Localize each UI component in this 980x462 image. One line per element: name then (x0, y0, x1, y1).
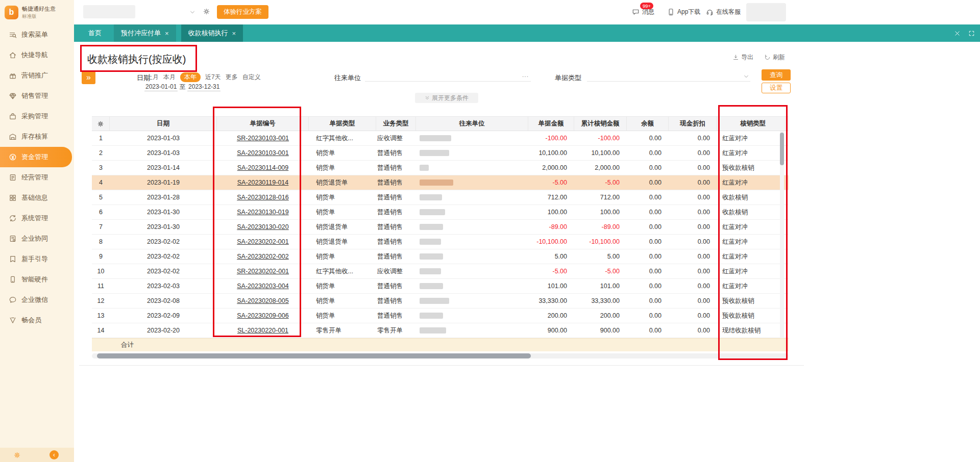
sidebar-item-home[interactable]: 快捷导航 (0, 45, 74, 65)
doc-no-link[interactable]: SA-20230130-020 (237, 223, 288, 230)
table-row[interactable]: 102023-02-02SR-20230202-001红字其他收...应收调整-… (92, 264, 789, 279)
app-download-button[interactable]: App下载 (667, 8, 700, 16)
date-option-3[interactable]: 本年 (180, 72, 201, 82)
sidebar-item-wechat[interactable]: 企业微信 (0, 290, 74, 310)
sidebar-footer: ‹ (0, 448, 74, 462)
tab-2[interactable]: 预付冲应付单× (114, 24, 176, 42)
fullscreen-icon[interactable] (968, 30, 975, 37)
date-option-5[interactable]: 更多 (226, 73, 238, 82)
vertical-scrollbar-thumb[interactable] (780, 133, 784, 165)
cell-writeoff-type: 红蓝对冲 (717, 175, 789, 190)
table-row[interactable]: 92023-02-02SA-20230202-002销货单普通销售5.005.0… (92, 249, 789, 264)
tab-close-icon[interactable]: × (232, 30, 236, 37)
sidebar-item-inventory[interactable]: 库存核算 (0, 126, 74, 147)
messages-button[interactable]: 消息 99+ (632, 8, 654, 16)
column-header[interactable]: 余额 (627, 117, 669, 131)
table-row[interactable]: 82023-02-02SA-20230202-001销货退货单普通销售-10,1… (92, 235, 789, 249)
sidebar-item-sales[interactable]: 销售管理 (0, 86, 74, 106)
column-header[interactable]: 核销类型 (717, 117, 789, 131)
topbar-gear-icon[interactable] (203, 8, 210, 15)
doc-no-link[interactable]: SA-20230114-009 (237, 164, 289, 171)
table-row[interactable]: 72023-01-30SA-20230130-020销货退货单普通销售-89.0… (92, 220, 789, 235)
column-header[interactable]: 累计核销金额 (574, 117, 627, 131)
tab-close-icon[interactable]: × (165, 30, 169, 37)
column-header[interactable]: 业务类型 (376, 117, 416, 131)
column-header[interactable]: 往来单位 (416, 117, 528, 131)
column-header[interactable]: 现金折扣 (669, 117, 717, 131)
sidebar-item-base-info[interactable]: 基础信息 (0, 188, 74, 208)
doc-no-link[interactable]: SA-20230130-019 (237, 209, 288, 216)
doc-no-link[interactable]: SL-20230220-001 (237, 327, 288, 334)
cell-written-off: -5.00 (574, 264, 627, 278)
table-row[interactable]: 62023-01-30SA-20230130-019销货单普通销售100.001… (92, 205, 789, 220)
date-option-6[interactable]: 自定义 (242, 73, 261, 82)
column-header[interactable]: 单据类型 (309, 117, 376, 131)
cell-writeoff-type: 预收款核销 (717, 294, 789, 308)
table-row[interactable]: 142023-02-20SL-20230220-001零售开单零售开单900.0… (92, 323, 789, 338)
export-button[interactable]: 导出 (732, 53, 753, 62)
doc-no-link[interactable]: SA-20230203-004 (237, 283, 288, 290)
doc-no-link[interactable]: SA-20230119-014 (237, 179, 289, 186)
doc-no-link[interactable]: SA-20230103-001 (237, 149, 288, 157)
date-option-4[interactable]: 近7天 (205, 73, 221, 82)
column-header[interactable]: 日期 (110, 117, 217, 131)
table-row[interactable]: 132023-02-09SA-20230209-006销货单普通销售200.00… (92, 309, 789, 323)
table-row[interactable]: 112023-02-03SA-20230203-004销货单普通销售101.00… (92, 279, 789, 294)
sidebar-item-funds[interactable]: 资金管理 (0, 147, 72, 167)
try-industry-solution-button[interactable]: 体验行业方案 (217, 5, 268, 19)
column-header[interactable]: 单据编号 (217, 117, 309, 131)
sidebar-item-hardware[interactable]: 智能硬件 (0, 269, 74, 290)
avatar[interactable] (746, 3, 786, 21)
partner-input[interactable]: ... (365, 70, 531, 82)
horizontal-scrollbar[interactable] (92, 353, 789, 358)
column-settings-gear-icon[interactable] (92, 117, 110, 131)
partner-picker-button[interactable]: ... (522, 71, 529, 79)
sidebar-item-promo[interactable]: 营销推广 (0, 65, 74, 86)
table-row[interactable]: 22023-01-03SA-20230103-001销货单普通销售10,100.… (92, 146, 789, 161)
doc-no-link[interactable]: SR-20230103-001 (237, 135, 289, 142)
doc-no-link[interactable]: SA-20230209-006 (237, 312, 288, 319)
chevron-down-icon[interactable] (189, 9, 195, 15)
collapse-sidebar-button[interactable]: ‹ (50, 450, 59, 459)
sidebar-item-purchase[interactable]: 采购管理 (0, 106, 74, 126)
expand-more-conditions-button[interactable]: 展开更多条件 (415, 93, 478, 103)
sidebar-settings-gear-icon[interactable] (13, 451, 21, 459)
online-support-button[interactable]: 在线客服 (706, 8, 741, 16)
sidebar-item-member[interactable]: 畅会员 (0, 310, 74, 330)
doc-no-link[interactable]: SA-20230202-001 (237, 238, 288, 245)
date-from-input[interactable]: 2023-01-01 (144, 83, 178, 91)
horizontal-scrollbar-thumb[interactable] (97, 353, 531, 358)
cell-balance: 0.00 (627, 161, 669, 175)
cell-partner-redacted (416, 264, 528, 278)
doc-type-select[interactable] (587, 70, 750, 82)
collapse-filter-button[interactable]: » (82, 70, 95, 84)
company-selector-redacted[interactable] (83, 5, 135, 18)
doc-no-link[interactable]: SA-20230202-002 (237, 253, 288, 260)
vertical-scrollbar[interactable] (780, 131, 784, 338)
cell-cash-discount: 0.00 (669, 175, 717, 190)
table-row[interactable]: 42023-01-19SA-20230119-014销货退货单普通销售-5.00… (92, 175, 789, 190)
tab-1[interactable]: 首页 (81, 24, 109, 42)
doc-no-link[interactable]: SA-20230208-005 (237, 297, 288, 304)
tab-3[interactable]: 收款核销执行× (181, 24, 243, 42)
date-option-1[interactable]: 上月 (146, 73, 159, 82)
query-button[interactable]: 查询 (762, 69, 791, 81)
doc-no-link[interactable]: SR-20230202-001 (237, 268, 289, 275)
close-all-tabs-icon[interactable] (954, 30, 961, 37)
sidebar-item-collab[interactable]: 企业协同 (0, 228, 74, 249)
table-row[interactable]: 12023-01-03SR-20230103-001红字其他收...应收调整-1… (92, 131, 789, 146)
sidebar-item-guide[interactable]: 新手引导 (0, 249, 74, 269)
sidebar-item-search-menu[interactable]: 搜索菜单 (0, 24, 74, 45)
doc-no-link[interactable]: SA-20230128-016 (237, 194, 288, 201)
sidebar-item-operation[interactable]: 经营管理 (0, 167, 74, 188)
date-option-2[interactable]: 本月 (163, 73, 176, 82)
refresh-button[interactable]: 刷新 (764, 53, 785, 62)
filter-settings-button[interactable]: 设置 (762, 83, 791, 93)
table-row[interactable]: 52023-01-28SA-20230128-016销货单普通销售712.007… (92, 190, 789, 205)
table-row[interactable]: 32023-01-14SA-20230114-009销货单普通销售2,000.0… (92, 161, 789, 175)
date-to-input[interactable]: 2023-12-31 (187, 83, 220, 91)
cell-cash-discount: 0.00 (669, 131, 717, 145)
sidebar-item-system[interactable]: 系统管理 (0, 208, 74, 228)
column-header[interactable]: 单据金额 (528, 117, 574, 131)
table-row[interactable]: 122023-02-08SA-20230208-005销货单普通销售33,330… (92, 294, 789, 309)
